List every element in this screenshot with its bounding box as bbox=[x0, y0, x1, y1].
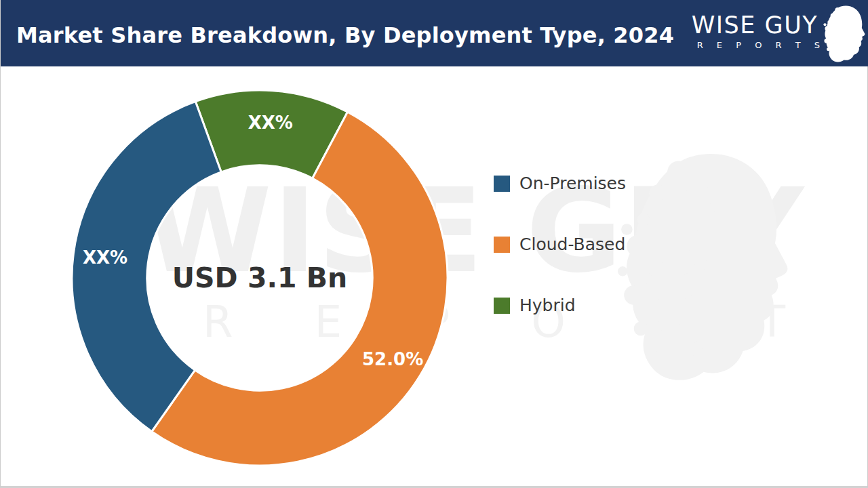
legend-swatch-on-premises bbox=[494, 176, 510, 192]
legend-label: Cloud-Based bbox=[519, 237, 625, 253]
legend-item-cloud-based: Cloud-Based bbox=[494, 237, 626, 253]
chart-legend: On-Premises Cloud-Based Hybrid bbox=[494, 176, 626, 314]
legend-label: On-Premises bbox=[519, 176, 626, 192]
slice-label-hybrid: XX% bbox=[248, 113, 293, 133]
legend-item-hybrid: Hybrid bbox=[494, 298, 626, 314]
legend-item-on-premises: On-Premises bbox=[494, 176, 626, 192]
slice-label-on-premises: XX% bbox=[83, 247, 127, 268]
legend-swatch-hybrid bbox=[494, 298, 510, 314]
legend-label: Hybrid bbox=[519, 298, 576, 314]
donut-chart: XX%52.0%XX% USD 3.1 Bn bbox=[1, 0, 868, 488]
report-page: WISE GUY R E P O R T S XX%52.0%XX% USD 3… bbox=[0, 0, 868, 488]
donut-center-label: USD 3.1 Bn bbox=[172, 262, 347, 294]
legend-swatch-cloud-based bbox=[494, 237, 510, 253]
slice-label-cloud-based: 52.0% bbox=[362, 349, 423, 369]
